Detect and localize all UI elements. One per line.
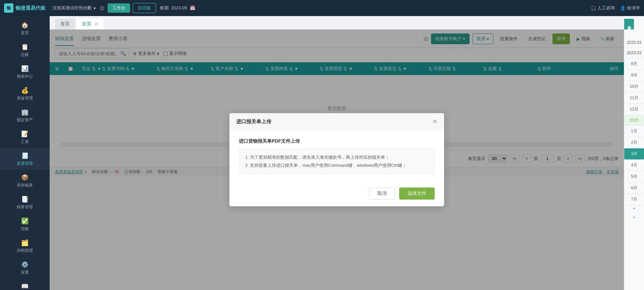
import-customs-modal: 进口报关单上传 ✕ 进口货物报关单PDF文件上传 1. 为了更加精准的数据匹配，… [229,113,444,206]
main-layout: 🏠首页📋总账📊报表中心💰资金管理🏢固定资产📝工资🧾发票管理📦库存核算📑税务管理✅… [0,16,644,290]
sidebar-item-fixed-assets[interactable]: 🏢固定资产 [0,104,50,126]
support-button[interactable]: 🎧 人工咨询 [591,5,615,11]
modal-body: 进口货物报关单PDF文件上传 1. 为了更加精准的数据匹配，请先录入海关缴款书，… [229,130,444,182]
month-item-6[interactable]: 6月 [624,183,644,194]
sidebar-item-label: 总账 [21,52,29,58]
modal-close-button[interactable]: ✕ [432,118,437,125]
month-item-11[interactable]: 11月 [624,92,644,104]
tab-invoice[interactable]: 发票 ✕ [76,19,103,29]
sidebar-item-inventory[interactable]: 📦库存核算 [0,170,50,192]
logo-icon: 畅 [4,3,13,13]
sidebar-items: 🏠首页📋总账📊报表中心💰资金管理🏢固定资产📝工资🧾发票管理📦库存核算📑税务管理✅… [0,17,50,290]
month-item-2[interactable]: 2月 [624,137,644,148]
chevron-down-icon: ▾ [94,6,96,11]
sidebar-item-funds[interactable]: 💰资金管理 [0,83,50,104]
fixed-assets-icon: 🏢 [21,108,29,116]
guide-icon: 📖 [21,283,29,290]
modal-cancel-button[interactable]: 取消 [369,188,395,200]
copy-icon: ⧉ [100,5,104,12]
sidebar-item-label: 发票管理 [17,161,33,166]
month-item-2023-03-2[interactable]: 2023.03 [624,48,644,58]
sidebar-item-ledger[interactable]: 📋总账 [0,39,50,61]
sidebar-item-reports[interactable]: 📊报表中心 [0,61,50,83]
month-item-9[interactable]: 9月 [624,70,644,81]
month-item-3[interactable]: 3月 [624,148,644,160]
month-item-7[interactable]: 7月 [624,194,644,205]
tax-icon: 📑 [21,196,29,203]
open-date-panel-button[interactable]: 开票日期 [624,19,634,29]
workspace-button[interactable]: 工作台 [108,3,130,13]
sidebar-item-payroll[interactable]: 📝工资 [0,126,50,148]
app-name: 畅捷通易代账 [15,5,46,11]
period-label: 账期 2023-05 📅 [160,5,195,11]
chevron-down-icon[interactable]: ⌄ [632,213,636,219]
top-bar: 畅 畅捷通易代账 沈海英测试经营勿删 ▾ ⧉ 工作台 切旧版 账期 2023-0… [0,0,644,16]
sidebar-item-label: 工资 [21,139,29,145]
modal-select-file-button[interactable]: 选择文件 [399,188,435,200]
month-item-12[interactable]: 12月 [624,104,644,115]
sidebar-item-tax[interactable]: 📑税务管理 [0,192,50,213]
sidebar-item-invoice[interactable]: 🧾发票管理 [0,148,50,170]
settings-icon: ⚙️ [21,261,29,268]
inventory-icon: 📦 [21,174,29,181]
reports-icon: 📊 [21,65,29,72]
switch-old-button[interactable]: 切旧版 [133,3,156,13]
sidebar-item-label: 设置 [21,270,29,275]
month-item-2023-03-1[interactable]: 2023.03 [624,38,644,48]
tab-close-icon[interactable]: ✕ [95,22,98,26]
month-item-4[interactable]: 4月 [624,160,644,171]
month-item-2023[interactable]: 2023 [624,115,644,126]
modal-section-title: 进口货物报关单PDF文件上传 [239,138,435,144]
company-selector[interactable]: 沈海英测试经营勿删 ▾ ⧉ [52,5,106,12]
payroll-icon: 📝 [21,130,29,138]
funds-icon: 💰 [21,87,29,94]
modal-footer: 取消 选择文件 [229,182,444,206]
sidebar-item-archive[interactable]: 🗂️归档管理 [0,235,50,257]
tab-bar: 首页 发票 ✕ [50,16,624,29]
month-item-8[interactable]: 8月 [624,58,644,70]
sidebar-item-label: 库存核算 [17,183,33,188]
sidebar: 🏠首页📋总账📊报表中心💰资金管理🏢固定资产📝工资🧾发票管理📦库存核算📑税务管理✅… [0,16,50,290]
chevron-up-icon[interactable]: ⌃ [632,207,636,213]
calendar-icon[interactable]: 📅 [190,5,195,10]
modal-title: 进口报关单上传 [236,119,271,125]
month-selector: 2023.032023.038月9月10月11月12月20231月2月3月4月5… [624,38,644,205]
main-content: 首页 发票 ✕ 销项发票 进项发票 费用小票 ⊞ 税务数字账户 ▾ 取票 ▾ [50,16,624,290]
app-logo: 畅 畅捷通易代账 [4,3,46,13]
sidebar-item-closing[interactable]: ✅结账 [0,213,50,235]
sidebar-item-settings[interactable]: ⚙️设置 [0,257,50,279]
home-icon: 🏠 [21,21,29,29]
company-name: 沈海英测试经营勿删 [52,5,92,11]
sidebar-item-label: 税务管理 [17,204,33,210]
sidebar-item-home[interactable]: 🏠首页 [0,17,50,39]
modal-info-box: 1. 为了更加精准的数据匹配，请先录入海关缴款书，再上传对应的报关单；2. 支持… [239,148,435,174]
ledger-icon: 📋 [21,43,29,51]
modal-header: 进口报关单上传 ✕ [229,113,444,130]
tab-home[interactable]: 首页 [55,19,75,29]
month-item-1[interactable]: 1月 [624,126,644,137]
sidebar-item-label: 资金管理 [17,95,33,101]
month-item-5[interactable]: 5月 [624,171,644,183]
closing-icon: ✅ [21,217,29,225]
archive-icon: 🗂️ [21,239,29,246]
info-item: 1. 为了更加精准的数据匹配，请先录入海关缴款书，再上传对应的报关单； [245,153,428,161]
user-avatar[interactable]: 👤 徐泽华 [620,5,640,11]
info-item: 2. 支持批量上传进口报关单，mac用户使用Command键，windows用户… [245,161,428,169]
month-item-10[interactable]: 10月 [624,81,644,92]
sidebar-item-label: 报表中心 [17,74,33,79]
sidebar-item-label: 首页 [21,30,29,36]
top-bar-right: 🎧 人工咨询 👤 徐泽华 [591,5,640,11]
headset-icon: 🎧 [591,6,596,11]
page-content: 销项发票 进项发票 费用小票 ⊞ 税务数字账户 ▾ 取票 ▾ 批量操作 生成凭证… [50,29,624,290]
user-icon: 👤 [620,6,626,11]
invoice-icon: 🧾 [21,152,29,159]
panel-chevrons: ⌃ ⌄ [632,207,636,219]
right-panel: 开票日期 2023.032023.038月9月10月11月12月20231月2月… [624,16,644,290]
sidebar-item-label: 结账 [21,226,29,232]
modal-overlay: 进口报关单上传 ✕ 进口货物报关单PDF文件上传 1. 为了更加精准的数据匹配，… [50,29,624,290]
sidebar-item-label: 固定资产 [17,117,33,123]
sidebar-item-label: 归档管理 [17,248,33,253]
sidebar-item-guide[interactable]: 📖新手引导 [0,279,50,290]
